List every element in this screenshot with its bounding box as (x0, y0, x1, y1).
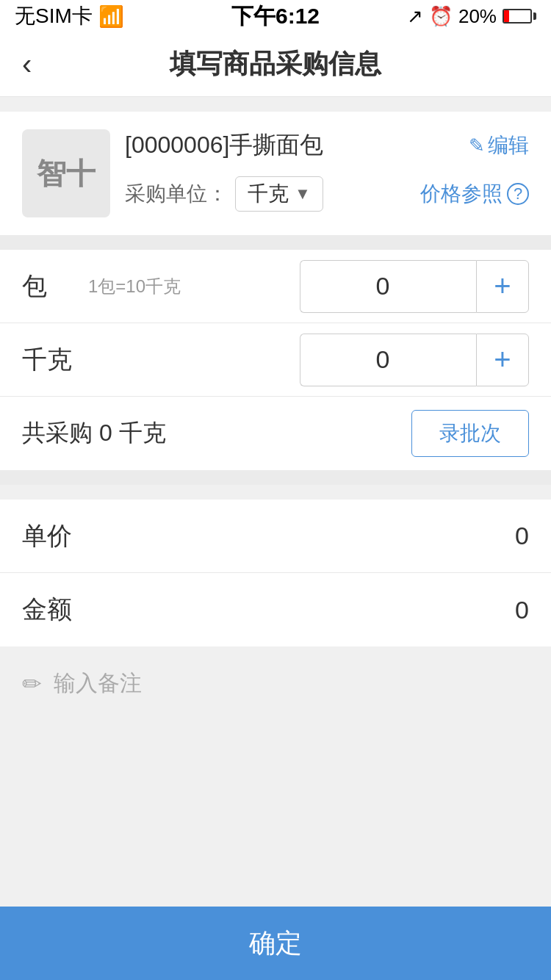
bag-quantity-input[interactable] (300, 260, 476, 313)
alarm-icon: ⏰ (429, 5, 453, 28)
bag-sublabel: 1包=10千克 (88, 275, 300, 298)
amount-label: 金额 (22, 593, 72, 627)
bag-plus-button[interactable]: + (476, 260, 529, 313)
divider-2 (0, 470, 551, 485)
product-info: [0000006]手撕面包 ✎ 编辑 采购单位： 千克 ▼ 价格参照 ? (125, 129, 529, 212)
product-card: 智十 [0000006]手撕面包 ✎ 编辑 采购单位： 千克 ▼ (0, 112, 551, 235)
status-left: 无SIM卡 📶 (15, 2, 124, 30)
summary-prefix: 共采购 (22, 419, 93, 446)
unit-label: 采购单位： (125, 180, 228, 208)
confirm-button[interactable]: 确定 (0, 907, 551, 980)
batch-button[interactable]: 录批次 (411, 410, 529, 457)
product-name: [0000006]手撕面包 (125, 129, 323, 162)
back-button[interactable]: ‹ (22, 48, 32, 81)
summary-unit-label: 千克 (119, 419, 166, 446)
amount-value: 0 (515, 596, 529, 624)
notes-section[interactable]: ✏ 输入备注 (0, 646, 551, 721)
kg-input-group: + (300, 334, 529, 386)
product-logo: 智十 (37, 154, 96, 194)
status-bar: 无SIM卡 📶 下午6:12 ↗ ⏰ 20% (0, 0, 551, 32)
battery-icon (503, 9, 536, 24)
kg-label: 千克 (22, 343, 81, 377)
unit-price-value: 0 (515, 522, 529, 550)
bag-label: 包 (22, 270, 81, 303)
unit-price-label: 单价 (22, 519, 72, 553)
kg-input-row: 千克 + (0, 323, 551, 397)
battery-text: 20% (458, 5, 497, 28)
carrier-text: 无SIM卡 (15, 2, 93, 30)
summary-row: 共采购 0 千克 录批次 (0, 397, 551, 470)
pencil-icon: ✏ (22, 670, 42, 698)
price-section: 单价 0 金额 0 (0, 500, 551, 646)
wifi-icon: 📶 (98, 4, 124, 29)
price-reference-button[interactable]: 价格参照 ? (420, 180, 529, 208)
edit-icon: ✎ (469, 134, 485, 157)
help-icon: ? (507, 183, 529, 205)
time-display: 下午6:12 (231, 1, 320, 32)
location-icon: ↗ (407, 5, 423, 28)
edit-button[interactable]: ✎ 编辑 (469, 131, 529, 159)
kg-quantity-input[interactable] (300, 334, 476, 386)
bag-input-group: + (300, 260, 529, 313)
bag-input-row: 包 1包=10千克 + (0, 250, 551, 323)
input-section: 包 1包=10千克 + 千克 + 共采购 0 千克 (0, 250, 551, 470)
status-right: ↗ ⏰ 20% (407, 5, 536, 28)
notes-placeholder: 输入备注 (54, 669, 142, 699)
divider-1 (0, 235, 551, 250)
unit-price-row: 单价 0 (0, 500, 551, 573)
unit-dropdown-arrow: ▼ (295, 184, 311, 203)
summary-quantity-value: 0 (99, 419, 112, 446)
nav-bar: ‹ 填写商品采购信息 (0, 32, 551, 97)
amount-row: 金额 0 (0, 573, 551, 646)
price-ref-label: 价格参照 (420, 180, 503, 208)
unit-select[interactable]: 千克 ▼ (235, 176, 323, 212)
page-title: 填写商品采购信息 (170, 46, 381, 82)
edit-label: 编辑 (488, 131, 529, 159)
summary-text: 共采购 0 千克 (22, 417, 166, 450)
kg-plus-button[interactable]: + (476, 334, 529, 386)
unit-value: 千克 (248, 180, 289, 208)
product-thumbnail: 智十 (22, 129, 110, 217)
